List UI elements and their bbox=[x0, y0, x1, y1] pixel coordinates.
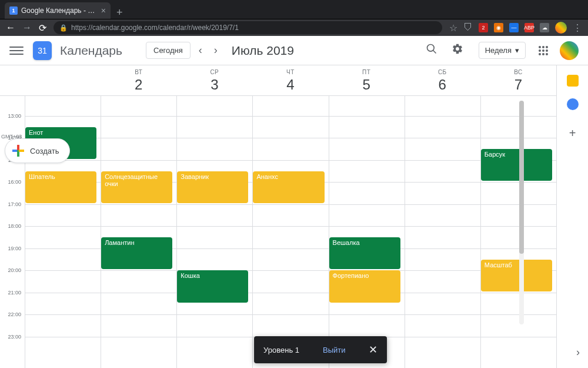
url-text: https://calendar.google.com/calendar/r/w… bbox=[71, 24, 239, 32]
month-label: Июль 2019 bbox=[232, 44, 416, 58]
svg-line-1 bbox=[433, 51, 436, 54]
calendar-event[interactable]: Вешалка bbox=[329, 237, 400, 269]
day-abbr: СР bbox=[176, 69, 252, 75]
toast-message: Уровень 1 bbox=[263, 346, 299, 354]
day-header[interactable]: ЧТ4 bbox=[252, 65, 328, 95]
browser-profile-avatar[interactable] bbox=[555, 22, 567, 34]
chevron-down-icon: ▾ bbox=[515, 46, 519, 55]
calendar-event[interactable]: Заварник bbox=[177, 171, 248, 203]
calendar-event[interactable]: Шпатель bbox=[25, 171, 96, 203]
day-header-row: ВТ2СР3ЧТ4ПТ5СБ6ВС7 bbox=[0, 65, 556, 96]
hour-label: 13:00 bbox=[8, 113, 25, 119]
close-icon[interactable]: × bbox=[101, 6, 106, 15]
day-num: 4 bbox=[252, 77, 328, 93]
hour-label: 22:00 bbox=[8, 311, 25, 317]
browser-chrome: 1 Google Календарь - Неделя: × + ← → ⟳ 🔒… bbox=[0, 0, 588, 36]
day-header[interactable] bbox=[25, 65, 101, 95]
close-icon[interactable]: ✕ bbox=[369, 343, 377, 356]
day-abbr: ПТ bbox=[329, 69, 405, 75]
reload-icon[interactable]: ⟳ bbox=[39, 22, 46, 34]
right-rail: + › bbox=[556, 65, 588, 368]
toast: Уровень 1 Выйти ✕ bbox=[254, 336, 387, 363]
keep-icon[interactable] bbox=[567, 75, 579, 87]
ext-icon-abp[interactable]: AВР bbox=[524, 23, 534, 32]
profile-avatar[interactable] bbox=[560, 41, 579, 60]
hour-label: 19:00 bbox=[8, 246, 25, 251]
hour-label: 20:00 bbox=[8, 267, 25, 273]
calendar-logo: 31 bbox=[33, 41, 52, 60]
svg-point-0 bbox=[427, 45, 434, 52]
menu-icon[interactable] bbox=[9, 44, 24, 58]
day-header[interactable]: ВС7 bbox=[480, 65, 556, 95]
day-header[interactable]: СР3 bbox=[176, 65, 252, 95]
calendar-event[interactable]: Фортепиано bbox=[329, 270, 400, 302]
tab-favicon: 1 bbox=[9, 6, 18, 15]
calendar-event[interactable]: Масштаб bbox=[481, 260, 552, 291]
back-icon[interactable]: ← bbox=[6, 22, 15, 33]
calendar-event[interactable]: Ананхс bbox=[253, 171, 324, 203]
hour-label: 16:00 bbox=[8, 179, 25, 185]
scrollbar[interactable] bbox=[519, 101, 524, 324]
calendar-event[interactable]: Барсук bbox=[481, 149, 552, 181]
day-header[interactable]: ВТ2 bbox=[101, 65, 176, 95]
day-abbr: ВС bbox=[480, 69, 556, 75]
day-abbr: СБ bbox=[405, 69, 480, 75]
tasks-icon[interactable] bbox=[567, 98, 579, 110]
hour-label: 17:00 bbox=[8, 201, 25, 207]
search-icon[interactable] bbox=[421, 43, 442, 58]
day-num: 5 bbox=[329, 77, 405, 93]
create-button[interactable]: Создать bbox=[5, 138, 70, 163]
browser-tab[interactable]: 1 Google Календарь - Неделя: × bbox=[5, 2, 111, 19]
grid-body[interactable]: 13:0014:0015:0016:0017:0018:0019:0020:00… bbox=[0, 96, 556, 368]
app-header: 31 Календарь Сегодня ‹ › Июль 2019 Недел… bbox=[0, 36, 588, 65]
day-num: 2 bbox=[101, 77, 176, 93]
plus-icon bbox=[11, 144, 25, 158]
day-header[interactable]: ПТ5 bbox=[329, 65, 405, 95]
add-addon-icon[interactable]: + bbox=[569, 127, 576, 140]
day-num: 6 bbox=[405, 77, 480, 93]
day-abbr: ЧТ bbox=[252, 69, 328, 75]
star-icon[interactable]: ☆ bbox=[449, 22, 457, 34]
ext-icon-3[interactable]: — bbox=[509, 23, 519, 32]
calendar-grid: ВТ2СР3ЧТ4ПТ5СБ6ВС7 GMT+03 13:0014:0015:0… bbox=[0, 65, 556, 368]
day-num: 7 bbox=[480, 77, 556, 93]
events-layer: ЕнотШпательСолнцезащитные очкиЛамантинЗа… bbox=[25, 96, 556, 368]
url-bar: ← → ⟳ 🔒 https://calendar.google.com/cale… bbox=[0, 19, 588, 36]
prev-week-icon[interactable]: ‹ bbox=[195, 44, 206, 57]
hour-label: 21:00 bbox=[8, 290, 25, 296]
lock-icon: 🔒 bbox=[59, 24, 68, 32]
tab-bar: 1 Google Календарь - Неделя: × + bbox=[0, 0, 588, 19]
create-label: Создать bbox=[30, 147, 59, 155]
calendar-event[interactable]: Ламантин bbox=[101, 237, 172, 269]
ext-icon-1[interactable]: 2 bbox=[479, 23, 488, 32]
google-apps-icon[interactable] bbox=[536, 44, 550, 58]
today-button[interactable]: Сегодня bbox=[146, 42, 191, 59]
hour-label: 18:00 bbox=[8, 223, 25, 229]
view-label: Неделя bbox=[485, 46, 512, 55]
day-abbr: ВТ bbox=[101, 69, 176, 75]
calendar-event[interactable]: Солнцезащитные очки bbox=[101, 171, 172, 203]
day-num: 3 bbox=[176, 77, 252, 93]
view-selector[interactable]: Неделя ▾ bbox=[479, 42, 526, 59]
next-week-icon[interactable]: › bbox=[211, 44, 221, 57]
app-title: Календарь bbox=[60, 44, 122, 58]
shield-icon[interactable]: ⛉ bbox=[463, 22, 473, 33]
forward-icon[interactable]: → bbox=[22, 22, 32, 33]
new-tab-button[interactable]: + bbox=[111, 6, 129, 19]
scrollbar-thumb[interactable] bbox=[519, 101, 524, 254]
collapse-rail-icon[interactable]: › bbox=[576, 346, 580, 359]
main: Создать ВТ2СР3ЧТ4ПТ5СБ6ВС7 GMT+03 13:001… bbox=[0, 65, 588, 368]
settings-icon[interactable] bbox=[447, 43, 468, 58]
ext-icon-2[interactable]: ◉ bbox=[494, 23, 503, 32]
toast-action[interactable]: Выйти bbox=[323, 346, 346, 354]
address-bar[interactable]: 🔒 https://calendar.google.com/calendar/r… bbox=[54, 21, 442, 34]
calendar-event[interactable]: Кошка bbox=[177, 270, 248, 302]
extension-icons: ☆ ⛉ 2 ◉ — AВР ☁ ⋮ bbox=[449, 22, 582, 34]
tab-title: Google Календарь - Неделя: bbox=[21, 6, 98, 15]
day-header[interactable]: СБ6 bbox=[405, 65, 480, 95]
ext-icon-cloud[interactable]: ☁ bbox=[540, 23, 549, 32]
hour-label: 23:00 bbox=[8, 334, 25, 340]
browser-menu-icon[interactable]: ⋮ bbox=[573, 22, 582, 34]
